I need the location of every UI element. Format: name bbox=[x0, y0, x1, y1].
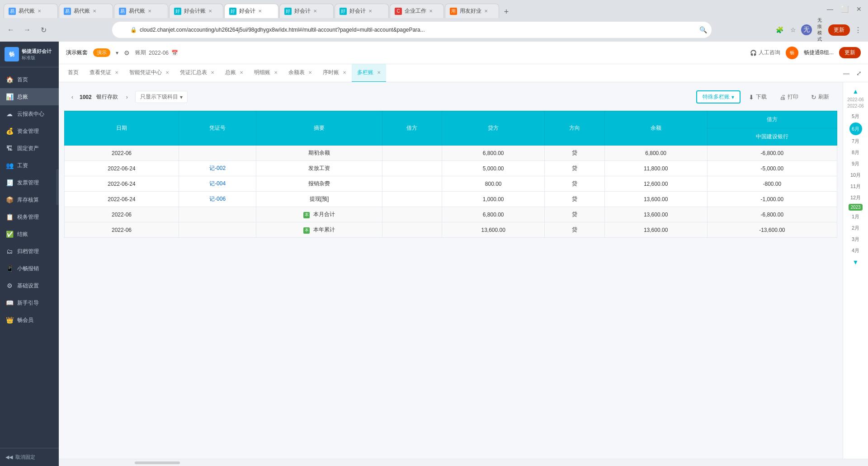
sidebar-item-archive[interactable]: 🗂 归档管理 bbox=[0, 243, 59, 260]
sidebar-item-salary[interactable]: 👥 工资 bbox=[0, 157, 59, 174]
unpin-button[interactable]: ◀◀ 取消固定 bbox=[5, 452, 53, 462]
tab-4[interactable]: 好 好会计账 ✕ bbox=[169, 4, 223, 18]
tab-3[interactable]: 易 易代账 ✕ bbox=[114, 4, 168, 18]
tab-balance[interactable]: 余额表 ✕ bbox=[283, 64, 317, 82]
month-item-8[interactable]: 8月 bbox=[846, 147, 866, 158]
tab-close-2[interactable]: ✕ bbox=[93, 9, 96, 14]
print-button[interactable]: 🖨 打印 bbox=[775, 91, 803, 103]
tab-close-5[interactable]: ✕ bbox=[258, 9, 262, 14]
tab-close-8[interactable]: ✕ bbox=[429, 9, 433, 14]
next-account-button[interactable]: › bbox=[123, 93, 132, 102]
month-item-9[interactable]: 9月 bbox=[846, 159, 866, 169]
tab-balance-close[interactable]: ✕ bbox=[308, 70, 312, 75]
month-item-6[interactable]: 6月 bbox=[849, 122, 862, 135]
sidebar-item-member[interactable]: 👑 畅会员 bbox=[0, 311, 59, 329]
tab-smart-center-close[interactable]: ✕ bbox=[165, 70, 169, 75]
voucher-link-3[interactable]: 记-004 bbox=[209, 180, 226, 187]
tab-8[interactable]: C 企业工作 ✕ bbox=[390, 4, 444, 18]
tab-voucher-summary[interactable]: 凭证汇总表 ✕ bbox=[175, 64, 220, 82]
sidebar-item-home[interactable]: 🏠 首页 bbox=[0, 71, 59, 88]
menu-icon[interactable]: ⋮ bbox=[853, 24, 863, 35]
forward-button[interactable]: → bbox=[21, 24, 33, 36]
tab-voucher-summary-close[interactable]: ✕ bbox=[211, 70, 214, 75]
maximize-tab-icon[interactable]: ⤢ bbox=[854, 68, 864, 79]
address-bar[interactable]: 🔒 cloud2.chanjet.com/accounting/uh26t264… bbox=[112, 22, 712, 38]
tab-7[interactable]: 好 好会计 ✕ bbox=[335, 4, 389, 18]
maximize-button[interactable]: ⬜ bbox=[839, 4, 850, 14]
month-item-3[interactable]: 3月 bbox=[846, 234, 866, 245]
consult-button[interactable]: 🎧 人工咨询 bbox=[750, 49, 780, 56]
sidebar-item-inventory[interactable]: 📦 库存核算 bbox=[0, 191, 59, 208]
month-item-1[interactable]: 1月 bbox=[846, 212, 866, 222]
refresh-button[interactable]: ↻ 刷新 bbox=[807, 91, 834, 103]
new-tab-button[interactable]: + bbox=[500, 5, 513, 18]
tab-close-1[interactable]: ✕ bbox=[38, 9, 41, 14]
month-item-10[interactable]: 10月 bbox=[846, 170, 866, 180]
tab-close-4[interactable]: ✕ bbox=[208, 9, 212, 14]
prev-account-button[interactable]: ‹ bbox=[68, 93, 77, 102]
sidebar-item-tax[interactable]: 📋 税务管理 bbox=[0, 208, 59, 226]
tab-multi-column-close[interactable]: ✕ bbox=[377, 70, 381, 75]
close-button[interactable]: ✕ bbox=[854, 4, 864, 14]
horizontal-scrollbar[interactable] bbox=[59, 459, 868, 466]
voucher-link-2[interactable]: 记-002 bbox=[209, 165, 226, 171]
download-button[interactable]: ⬇ 下载 bbox=[744, 91, 771, 103]
tab-9[interactable]: 用 用友好业 ✕ bbox=[445, 4, 499, 18]
tab-sequence-close[interactable]: ✕ bbox=[343, 70, 346, 75]
update-button[interactable]: 更新 bbox=[828, 24, 850, 36]
tab-smart-center[interactable]: 智能凭证中心 ✕ bbox=[124, 64, 175, 82]
scrollbar-thumb[interactable] bbox=[135, 461, 180, 464]
tab-detail-ledger[interactable]: 明细账 ✕ bbox=[249, 64, 283, 82]
tab-view-voucher-close[interactable]: ✕ bbox=[115, 70, 118, 75]
sidebar-item-ledger[interactable]: 📊 总账 bbox=[0, 88, 59, 105]
tab-sequence[interactable]: 序时账 ✕ bbox=[317, 64, 352, 82]
tab-detail-ledger-close[interactable]: ✕ bbox=[274, 70, 278, 75]
tab-view-voucher[interactable]: 查看凭证 ✕ bbox=[84, 64, 124, 82]
month-item-12[interactable]: 12月 bbox=[846, 193, 866, 203]
extensions-icon[interactable]: 🧩 bbox=[774, 24, 785, 35]
sidebar-item-funds[interactable]: 💰 资金管理 bbox=[0, 122, 59, 140]
sidebar-item-expense[interactable]: 📱 小畅报销 bbox=[0, 260, 59, 277]
calendar-icon[interactable]: 📅 bbox=[171, 50, 178, 56]
sidebar-item-invoice[interactable]: 🧾 发票管理 bbox=[0, 174, 59, 191]
filter-button[interactable]: 只显示下级科目 ▾ bbox=[135, 91, 188, 103]
tab-close-7[interactable]: ✕ bbox=[368, 9, 372, 14]
profile-icon[interactable]: 无 bbox=[801, 24, 812, 35]
sidebar-item-settings[interactable]: ⚙ 基础设置 bbox=[0, 277, 59, 294]
search-icon[interactable]: 🔍 bbox=[699, 26, 707, 33]
tab-close-3[interactable]: ✕ bbox=[148, 9, 151, 14]
tab-close-6[interactable]: ✕ bbox=[313, 9, 317, 14]
tab-5[interactable]: 好 好会计 ✕ bbox=[224, 4, 278, 18]
tab-home[interactable]: 首页 bbox=[62, 64, 84, 82]
month-item-11[interactable]: 11月 bbox=[846, 181, 866, 192]
month-item-2[interactable]: 2月 bbox=[846, 223, 866, 233]
dropdown-arrow-icon[interactable]: ▾ bbox=[116, 50, 118, 56]
special-multi-column-button[interactable]: 特殊多栏账 ▾ bbox=[696, 90, 741, 104]
back-button[interactable]: ← bbox=[5, 24, 17, 36]
settings-gear-icon[interactable]: ⚙ bbox=[124, 49, 130, 56]
month-scroll-down-button[interactable]: ▼ bbox=[850, 257, 861, 268]
bookmark-icon[interactable]: ☆ bbox=[788, 24, 798, 35]
tab-1[interactable]: 易 易代账 ✕ bbox=[4, 4, 58, 18]
month-item-4[interactable]: 4月 bbox=[846, 245, 866, 256]
sidebar-item-cloud-report[interactable]: ☁ 云报表中心 bbox=[0, 105, 59, 122]
month-item-7[interactable]: 7月 bbox=[846, 136, 866, 146]
sidebar-item-guide[interactable]: 📖 新手引导 bbox=[0, 294, 59, 311]
no-trace-mode[interactable]: 无痕模式 bbox=[815, 24, 826, 35]
minimize-tab-icon[interactable]: — bbox=[841, 68, 852, 79]
tab-close-9[interactable]: ✕ bbox=[484, 9, 488, 14]
minimize-button[interactable]: — bbox=[825, 4, 835, 14]
tab-2[interactable]: 易 易代账 ✕ bbox=[59, 4, 113, 18]
voucher-link-4[interactable]: 记-006 bbox=[209, 196, 226, 202]
sidebar-item-close[interactable]: ✅ 结账 bbox=[0, 226, 59, 243]
tab-multi-column[interactable]: 多栏账 ✕ bbox=[352, 64, 386, 82]
tab-general-ledger[interactable]: 总账 ✕ bbox=[220, 64, 249, 82]
reload-button[interactable]: ↻ bbox=[37, 24, 50, 36]
month-item-5[interactable]: 5月 bbox=[846, 111, 866, 122]
year-2023-marker[interactable]: 2023 bbox=[849, 204, 862, 211]
month-scroll-up-button[interactable]: ▲ bbox=[850, 86, 861, 97]
app-update-button[interactable]: 更新 bbox=[839, 47, 861, 58]
sidebar-item-fixed-assets[interactable]: 🏗 固定资产 bbox=[0, 140, 59, 157]
tab-6[interactable]: 好 好会计 ✕ bbox=[279, 4, 334, 18]
tab-general-ledger-close[interactable]: ✕ bbox=[240, 70, 243, 75]
